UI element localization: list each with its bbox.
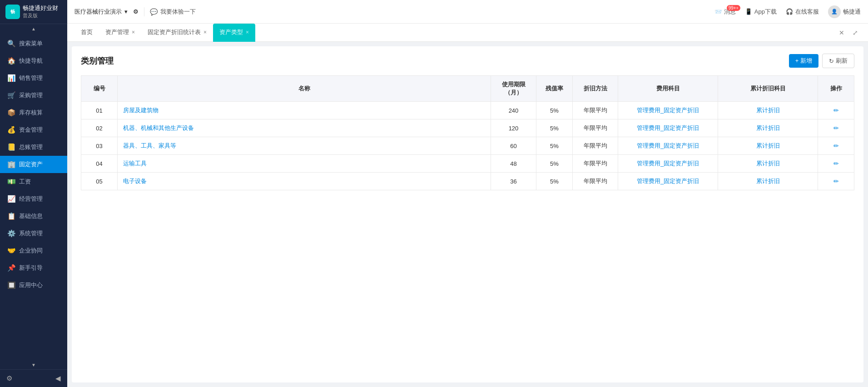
sidebar-item-operations[interactable]: 📈 经营管理 [0,190,67,208]
customer-service-button[interactable]: 🎧 在线客服 [786,8,819,16]
cell-accumulated: 累计折旧 [718,137,818,155]
collapse-sidebar-icon[interactable]: ◀ [55,374,61,382]
page-header: 类别管理 + 新增 ↻ 刷新 [81,54,854,68]
try-experience-button[interactable]: 💬 我要体验一下 [150,8,196,16]
cell-accumulated: 累计折旧 [718,119,818,137]
sidebar-item-guide[interactable]: 📌 新手引导 [0,259,67,277]
cell-method: 年限平均 [573,119,618,137]
dropdown-chevron-icon: ▾ [124,8,128,15]
cell-code: 03 [81,137,118,155]
user-menu[interactable]: 👤 畅捷通 [828,5,861,18]
message-button[interactable]: 📨 消息 99++ [714,8,736,16]
table-row: 04 运输工具 48 5% 年限平均 管理费用_固定资产折旧 累计折旧 ✏ [81,155,854,173]
message-icon: 📨 [714,8,722,15]
chat-icon: 💬 [150,8,158,15]
payroll-icon: 💵 [7,178,15,186]
operations-icon: 📈 [7,195,15,203]
cell-name: 运输工具 [118,155,491,173]
settings-topbar-icon[interactable]: ⚙ [133,8,139,15]
cell-expense: 管理费用_固定资产折旧 [618,155,718,173]
sidebar-item-label: 销售管理 [19,74,43,82]
cell-action: ✏ [818,102,854,119]
cell-residual: 5% [536,119,573,137]
industry-selector[interactable]: 医疗器械行业演示 ▾ [74,8,128,16]
sidebar-item-cooperation[interactable]: 🤝 企业协同 [0,242,67,259]
tab-home-label: 首页 [81,28,93,36]
logo-area: 畅 畅捷通好业财 普及版 [0,0,67,24]
tab-home[interactable]: 首页 [74,24,99,42]
cell-period: 48 [491,155,536,173]
sidebar-item-system[interactable]: ⚙️ 系统管理 [0,225,67,242]
edit-icon[interactable]: ✏ [833,124,839,132]
fullscreen-button[interactable]: ⤢ [850,27,861,38]
sidebar-item-capital[interactable]: 💰 资金管理 [0,121,67,139]
sidebar-item-label: 快捷导航 [19,57,43,65]
cell-action: ✏ [818,155,854,173]
sidebar-nav: 🔍 搜索菜单 🏠 快捷导航 📊 销售管理 🛒 采购管理 📦 库存核算 💰 资金管… [0,33,67,360]
cell-period: 240 [491,102,536,119]
refresh-button[interactable]: ↻ 刷新 [822,54,854,68]
table-row: 01 房屋及建筑物 240 5% 年限平均 管理费用_固定资产折旧 累计折旧 ✏ [81,102,854,119]
cell-accumulated: 累计折旧 [718,102,818,119]
cell-method: 年限平均 [573,173,618,190]
logo-icon: 畅 [5,5,20,19]
avatar: 👤 [828,5,841,18]
sidebar-item-purchase[interactable]: 🛒 采购管理 [0,87,67,104]
cell-period: 60 [491,137,536,155]
service-icon: 🎧 [786,8,793,15]
cell-expense: 管理费用_固定资产折旧 [618,137,718,155]
sidebar-item-label: 搜索菜单 [19,40,43,48]
logo-subtitle: 普及版 [23,12,58,19]
sidebar-item-inventory[interactable]: 📦 库存核算 [0,104,67,121]
settings-footer-icon[interactable]: ⚙ [6,374,12,382]
cell-method: 年限平均 [573,102,618,119]
sidebar-item-label: 库存核算 [19,109,43,117]
sidebar-item-label: 基础信息 [19,212,43,220]
cell-expense: 管理费用_固定资产折旧 [618,173,718,190]
tab-asset-mgmt-close[interactable]: × [132,29,135,35]
tabs-bar-controls: ✕ ⤢ [836,27,861,38]
cell-expense: 管理费用_固定资产折旧 [618,102,718,119]
tab-asset-type-close[interactable]: × [246,29,249,35]
message-badge: 99++ [727,5,740,11]
sidebar-item-ledger[interactable]: 📒 总账管理 [0,139,67,156]
th-period: 使用期限（月） [491,76,536,102]
sidebar-item-label: 企业协同 [19,247,43,255]
add-button[interactable]: + 新增 [789,54,818,68]
sidebar-item-search[interactable]: 🔍 搜索菜单 [0,35,67,52]
sidebar-item-basic-info[interactable]: 📋 基础信息 [0,208,67,225]
table-row: 05 电子设备 36 5% 年限平均 管理费用_固定资产折旧 累计折旧 ✏ [81,173,854,190]
sidebar-item-quick-nav[interactable]: 🏠 快捷导航 [0,52,67,69]
cell-method: 年限平均 [573,137,618,155]
category-table: 编号 名称 使用期限（月） 残值率 折旧方法 费用科目 累计折旧科目 操作 01… [81,75,854,190]
page-content: 类别管理 + 新增 ↻ 刷新 编号 名称 使用期限（月） 残值率 折旧方法 费用… [72,46,863,382]
cell-residual: 5% [536,173,573,190]
sidebar-item-payroll[interactable]: 💵 工资 [0,173,67,190]
guide-icon: 📌 [7,264,15,272]
ledger-icon: 📒 [7,143,15,151]
tab-depreciation-close[interactable]: × [203,29,207,35]
edit-icon[interactable]: ✏ [833,178,839,185]
tab-asset-mgmt[interactable]: 资产管理 × [99,24,141,42]
cell-name: 器具、工具、家具等 [118,137,491,155]
tab-depreciation-table[interactable]: 固定资产折旧统计表 × [141,24,213,42]
refresh-icon: ↻ [829,58,834,64]
edit-icon[interactable]: ✏ [833,107,839,114]
sales-icon: 📊 [7,74,15,82]
sidebar-item-sales[interactable]: 📊 销售管理 [0,69,67,87]
app-download-button[interactable]: 📱 App下载 [745,8,777,16]
tab-depreciation-label: 固定资产折旧统计表 [148,28,201,36]
sidebar-item-fixed-assets[interactable]: 🏢 固定资产 [0,156,67,173]
sidebar-item-app-center[interactable]: 🔲 应用中心 [0,277,67,294]
sidebar-item-label: 经营管理 [19,195,43,203]
tabs-bar: 首页 资产管理 × 固定资产折旧统计表 × 资产类型 × ✕ ⤢ [67,24,868,42]
edit-icon[interactable]: ✏ [833,142,839,149]
th-method: 折旧方法 [573,76,618,102]
cell-name: 房屋及建筑物 [118,102,491,119]
scroll-down-arrow[interactable]: ▼ [0,360,67,369]
tab-asset-type[interactable]: 资产类型 × [213,24,255,42]
close-tab-button[interactable]: ✕ [836,27,847,38]
scroll-up-arrow[interactable]: ▲ [0,24,67,33]
th-name: 名称 [118,76,491,102]
edit-icon[interactable]: ✏ [833,160,839,167]
